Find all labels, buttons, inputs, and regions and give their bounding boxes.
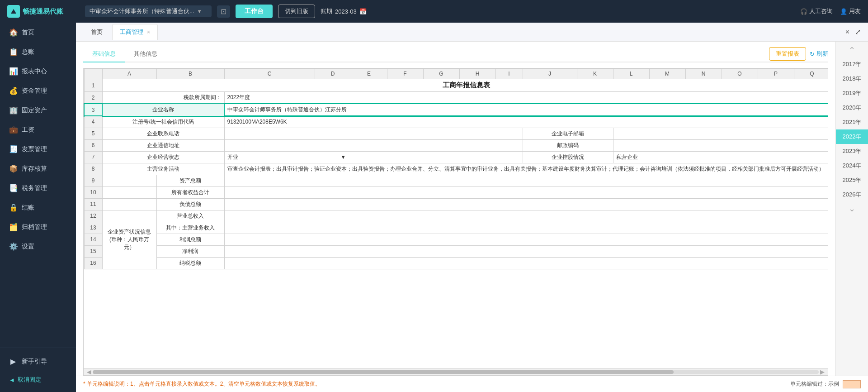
col-header-l: L: [613, 69, 649, 79]
main-revenue-cell[interactable]: [224, 222, 828, 234]
service-button[interactable]: 🎧 人工咨询: [800, 7, 833, 15]
address-cell[interactable]: [224, 139, 523, 151]
sidebar-label-capital: 资金管理: [22, 87, 47, 95]
total-tax-cell[interactable]: [224, 257, 828, 269]
sub-tab-basic[interactable]: 基础信息: [83, 46, 125, 62]
sidebar-item-payroll[interactable]: 💼 工资: [0, 120, 76, 139]
panel-up-arrow[interactable]: ⌃: [849, 43, 855, 57]
sidebar-item-reports[interactable]: 📊 报表中心: [0, 62, 76, 81]
calendar-icon[interactable]: 📅: [359, 8, 367, 15]
period-value-cell[interactable]: 2022年度: [224, 92, 828, 104]
status-label: 企业经营状态: [102, 151, 224, 163]
tab-home[interactable]: 首页: [83, 24, 110, 40]
sidebar-item-fixed-assets[interactable]: 🏢 固定资产: [0, 100, 76, 120]
year-item-2017[interactable]: 2017年: [836, 57, 868, 72]
row-header-9: 9: [84, 175, 102, 186]
sidebar-item-capital[interactable]: 💰 资金管理: [0, 81, 76, 100]
bottom-bar-right: 单元格编辑过：示例: [790, 380, 861, 388]
sidebar-item-settings[interactable]: ⚙️ 设置: [0, 237, 76, 256]
postal-cell[interactable]: [613, 139, 828, 151]
user-area[interactable]: 👤 用友: [840, 7, 861, 15]
sidebar-item-home[interactable]: 🏠 首页: [0, 23, 76, 42]
sidebar-label-fixed-assets: 固定资产: [22, 106, 47, 115]
email-cell[interactable]: [613, 128, 828, 139]
scrollbar-thumb[interactable]: [93, 370, 674, 374]
sidebar-item-close[interactable]: 🔒 结账: [0, 198, 76, 217]
year-item-2023[interactable]: 2023年: [836, 144, 868, 158]
company-dropdown-arrow: ▼: [197, 9, 202, 14]
holding-label: 企业控股情况: [523, 151, 613, 163]
col-header-g: G: [423, 69, 459, 79]
refresh-button[interactable]: ↻ 刷新: [810, 50, 828, 58]
holding-cell[interactable]: 私营企业: [613, 151, 828, 163]
invoice-icon: 🧾: [9, 145, 17, 153]
year-item-2022[interactable]: 2022年: [836, 129, 868, 144]
postal-label: 邮政编码: [523, 139, 613, 151]
table-title-cell[interactable]: 工商年报信息表: [102, 79, 828, 92]
phone-cell[interactable]: [224, 128, 523, 139]
user-icon: 👤: [840, 8, 847, 15]
scrollbar-track[interactable]: [93, 370, 819, 374]
table-row: 3 企业名称 中审众环会计师事务所（特殊普通合伙）江苏分所: [84, 104, 828, 116]
reset-button[interactable]: 重置报表: [769, 47, 806, 61]
total-profit-cell[interactable]: [224, 234, 828, 245]
scroll-left-arrow[interactable]: ◀: [85, 368, 93, 375]
year-item-2021[interactable]: 2021年: [836, 115, 868, 129]
table-row: 7 企业经营状态 开业 ▼ 企业控股情况 私营企业: [84, 151, 828, 163]
sidebar-pin-button[interactable]: ◄ 取消固定: [0, 371, 76, 388]
liabilities-cell[interactable]: [224, 198, 828, 210]
year-item-2025[interactable]: 2025年: [836, 173, 868, 187]
sidebar-item-tax[interactable]: 📑 税务管理: [0, 178, 76, 198]
year-item-2020[interactable]: 2020年: [836, 100, 868, 115]
row-header-15: 15: [84, 245, 102, 257]
close-accounts-icon: 🔒: [9, 203, 17, 212]
spreadsheet-wrapper: A B C D E F G H I: [83, 68, 828, 376]
equity-cell[interactable]: [224, 186, 828, 198]
copy-button[interactable]: ⊡: [217, 5, 230, 18]
window-close-button[interactable]: ×: [845, 28, 849, 36]
home-icon: 🏠: [9, 28, 17, 37]
total-assets-cell[interactable]: [224, 175, 828, 186]
col-header-q: Q: [794, 69, 828, 79]
tab-active[interactable]: 工商管理 ×: [112, 24, 158, 40]
tab-close-icon[interactable]: ×: [147, 29, 150, 35]
year-item-2026[interactable]: 2026年: [836, 187, 868, 202]
workbench-button[interactable]: 工作台: [236, 5, 273, 18]
company-name-cell[interactable]: 中审众环会计师事务所（特殊普通合伙）江苏分所: [224, 104, 828, 116]
year-item-2018[interactable]: 2018年: [836, 72, 868, 86]
old-version-button[interactable]: 切到旧版: [278, 5, 315, 18]
window-expand-button[interactable]: ⤢: [855, 28, 861, 36]
status-cell[interactable]: 开业 ▼: [224, 151, 523, 163]
table-row: 6 企业通信地址 邮政编码: [84, 139, 828, 151]
sidebar-label-close: 结账: [22, 204, 34, 212]
sidebar-label-new-user: 新手引导: [22, 358, 47, 366]
reg-code-cell[interactable]: 91320100MA208E5W6K: [224, 116, 828, 128]
reg-code-label: 注册号/统一社会信用代码: [102, 116, 224, 128]
row-header-11: 11: [84, 198, 102, 210]
sidebar-item-archive[interactable]: 🗂️ 归档管理: [0, 217, 76, 237]
year-item-2024[interactable]: 2024年: [836, 158, 868, 173]
year-item-2019[interactable]: 2019年: [836, 86, 868, 100]
horizontal-scrollbar[interactable]: ◀ ▶: [84, 368, 828, 375]
sidebar-item-ledger[interactable]: 📋 总账: [0, 42, 76, 62]
logo-text: 畅捷通易代账: [23, 7, 63, 16]
company-selector[interactable]: 中审众环会计师事务所（特殊普通合伙... ▼: [85, 5, 212, 17]
liabilities-label: 负债总额: [156, 198, 224, 210]
sidebar-item-new-user[interactable]: ▶ 新手引导: [0, 352, 76, 371]
col-header-a: A: [102, 69, 156, 79]
spreadsheet-container[interactable]: A B C D E F G H I: [84, 68, 828, 368]
scroll-right-arrow[interactable]: ▶: [819, 368, 826, 375]
sidebar-item-invoice[interactable]: 🧾 发票管理: [0, 139, 76, 159]
sub-tab-other[interactable]: 其他信息: [125, 46, 166, 62]
business-cell[interactable]: 审查企业会计报表；出具审计报告；验证企业资本；出具验资报告；办理企业合并、分立、…: [224, 163, 828, 175]
panel-down-arrow[interactable]: ⌄: [849, 202, 855, 215]
sidebar-item-inventory[interactable]: 📦 库存核算: [0, 159, 76, 178]
table-row: 15 净利润: [84, 245, 828, 257]
period-info: 账期 2023-03 📅: [321, 7, 367, 15]
capital-icon: 💰: [9, 86, 17, 95]
net-profit-cell[interactable]: [224, 245, 828, 257]
period-value: 2023-03: [335, 8, 357, 15]
total-assets-label: 资产总额: [156, 175, 224, 186]
table-row: 9 资产总额: [84, 175, 828, 186]
revenue-cell[interactable]: [224, 210, 828, 222]
